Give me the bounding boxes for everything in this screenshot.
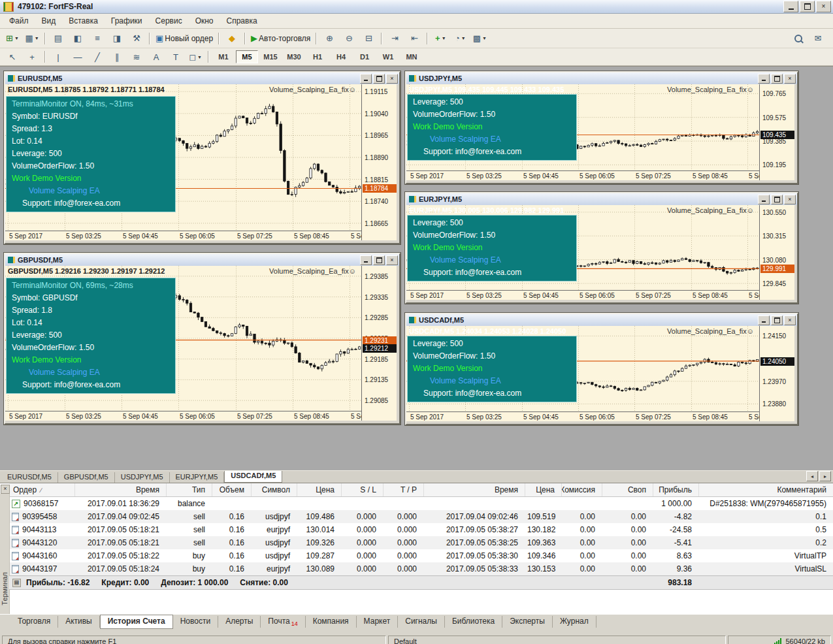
terminal-tab-Активы[interactable]: Активы [58,616,100,628]
column-header-5[interactable]: Цена [297,483,341,496]
chart-close-button[interactable]: × [386,74,398,84]
chart-close-button[interactable]: × [386,255,398,265]
chart-body[interactable]: USDCADf,M5 1.24034 1.24053 1.24028 1.240… [406,326,794,421]
chart-tab-USDCADf,M5[interactable]: USDCADf,M5 [224,471,282,483]
chart-window-titlebar[interactable]: EURUSDf,M5× [5,72,399,84]
chart-minimize-button[interactable] [758,195,770,204]
chart-restore-button[interactable] [771,195,783,204]
price-axis[interactable]: 1.241501.239701.238801.24050 [759,326,794,421]
chart-body[interactable]: EURUSDf,M5 1.18785 1.18792 1.18771 1.187… [5,84,397,240]
new-order-button[interactable]: ▣Новый ордер [153,31,216,46]
timeframe-M15-button[interactable]: M15 [259,50,282,63]
terminal-tab-Алерты[interactable]: Алерты [218,616,261,628]
search-button[interactable] [789,31,808,46]
time-axis[interactable]: 5 Sep 20175 Sep 03:255 Sep 04:455 Sep 06… [406,290,794,300]
tab-scroll-left-button[interactable]: ◂ [806,471,818,481]
arrows-button[interactable]: ◻▼ [186,49,205,65]
table-row[interactable]: 904431202017.09.05 05:18:21sell0.16usdjp… [9,536,833,549]
navigator-button[interactable]: ≡ [88,31,107,46]
timeframe-M5-button[interactable]: M5 [236,50,258,63]
table-row[interactable]: 904431132017.09.05 05:18:21sell0.16eurjp… [9,523,833,536]
vertical-line-button[interactable]: | [48,49,68,65]
price-axis[interactable]: 1.293851.293351.292851.292351.291851.291… [361,266,397,421]
chart-window-titlebar[interactable]: USDJPYf,M5× [406,72,797,84]
periods-button[interactable]: ◔▼ [450,31,470,46]
chart-window-titlebar[interactable]: USDCADf,M5× [406,314,797,326]
chart-restore-button[interactable] [373,74,385,84]
chart-body[interactable]: USDJPYf,M5 109.435 109.445 109.433 109.4… [406,84,794,180]
chart-tab-EURJPYf,M5[interactable]: EURJPYf,M5 [170,472,225,483]
terminal-tab-История Счета[interactable]: История Счета [100,615,173,629]
chart-window-titlebar[interactable]: EURJPYf,M5× [406,193,797,205]
close-button[interactable]: × [816,1,831,12]
column-header-11[interactable]: Своп [602,483,653,496]
timeframe-MN-button[interactable]: MN [400,50,423,63]
menu-item-Графики[interactable]: Графики [105,14,149,27]
terminal-tab-Торговля[interactable]: Торговля [10,616,58,628]
new-chart-button[interactable]: ⊞▼ [3,31,22,46]
timeframe-M1-button[interactable]: M1 [212,50,235,63]
community-chat-button[interactable]: ✉ [808,31,828,46]
timeframe-H1-button[interactable]: H1 [306,50,329,63]
chart-shift-button[interactable]: ⇤ [404,31,424,46]
column-header-0[interactable]: Ордер∕ [9,483,74,496]
terminal-tab-Почта[interactable]: Почта14 [261,616,305,628]
templates-button[interactable]: ▩▼ [470,31,489,46]
terminal-tab-Компания[interactable]: Компания [306,616,357,628]
price-axis[interactable]: 1.191151.190401.189651.188901.188151.187… [361,84,397,240]
trendline-button[interactable]: ╱ [88,49,107,65]
terminal-tab-Сигналы[interactable]: Сигналы [398,616,445,628]
chart-window-titlebar[interactable]: GBPUSDf,M5× [5,254,399,266]
table-row[interactable]: ↗903681572017.09.01 18:36:29balance1 000… [9,497,833,510]
strategy-tester-button[interactable]: ⚒ [127,31,146,46]
column-header-2[interactable]: Тип [166,483,212,496]
zoom-out-button[interactable]: ⊖ [339,31,359,46]
restore-button[interactable] [800,1,815,12]
text-button[interactable]: A [146,49,166,65]
terminal-tab-Библиотека[interactable]: Библиотека [445,616,502,628]
tab-scroll-right-button[interactable]: ▸ [819,471,831,481]
price-axis[interactable]: 109.765109.575109.385109.195109.435 [759,84,794,180]
time-axis[interactable]: 5 Sep 20175 Sep 03:255 Sep 04:455 Sep 06… [5,231,397,240]
chart-close-button[interactable]: × [784,74,796,84]
chart-tab-USDJPYf,M5[interactable]: USDJPYf,M5 [115,472,170,483]
zoom-in-button[interactable]: ⊕ [319,31,339,46]
data-window-button[interactable]: ◧ [68,31,88,46]
column-header-3[interactable]: Объем [212,483,251,496]
menu-item-Вид[interactable]: Вид [35,14,63,27]
chart-minimize-button[interactable] [360,255,372,265]
auto-scroll-button[interactable]: ⇥ [385,31,404,46]
chart-restore-button[interactable] [771,315,783,325]
chart-restore-button[interactable] [373,255,385,265]
market-watch-button[interactable]: ▤ [48,31,68,46]
timeframe-M30-button[interactable]: M30 [283,50,305,63]
chart-restore-button[interactable] [771,74,783,84]
chart-close-button[interactable]: × [784,195,796,204]
horizontal-line-button[interactable]: — [68,49,88,65]
menu-item-Окно[interactable]: Окно [189,14,220,27]
profiles-button[interactable]: ▦▼ [22,31,42,46]
terminal-tab-Маркет[interactable]: Маркет [357,616,399,628]
menu-item-Сервис[interactable]: Сервис [149,14,189,27]
chart-close-button[interactable]: × [784,315,796,325]
menu-item-Справка[interactable]: Справка [220,14,264,27]
column-header-1[interactable]: Время [74,483,166,496]
crosshair-button[interactable]: + [22,49,42,65]
fibonacci-button[interactable]: ≋ [127,49,146,65]
chart-body[interactable]: GBPUSDf,M5 1.29216 1.29230 1.29197 1.292… [5,266,397,421]
text-label-button[interactable]: T [166,49,186,65]
column-header-8[interactable]: Время [423,483,525,496]
terminal-tab-Журнал[interactable]: Журнал [553,616,596,628]
window-titlebar[interactable]: 479102: FortFS-Real × [0,0,833,14]
time-axis[interactable]: 5 Sep 20175 Sep 03:255 Sep 04:455 Sep 06… [406,170,794,180]
table-row[interactable]: 903954582017.09.04 09:02:45sell0.16usdjp… [9,510,833,523]
tile-windows-button[interactable]: ⊟ [359,31,378,46]
column-header-13[interactable]: Комментарий [698,483,833,496]
chart-tab-EURUSDf,M5[interactable]: EURUSDf,M5 [1,472,58,483]
chart-minimize-button[interactable] [758,315,770,325]
column-header-10[interactable]: Комиссия [561,483,602,496]
terminal-toggle-button[interactable]: ◨ [107,31,127,46]
timeframe-H4-button[interactable]: H4 [330,50,352,63]
chart-tab-GBPUSDf,M5[interactable]: GBPUSDf,M5 [58,472,115,483]
column-header-4[interactable]: Символ [251,483,297,496]
